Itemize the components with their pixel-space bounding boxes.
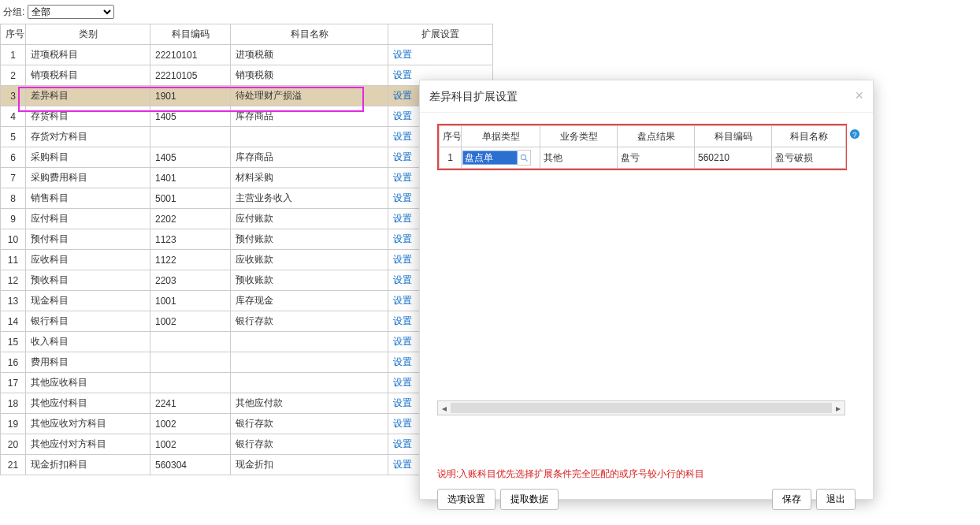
detail-result[interactable]: 盘亏 (618, 147, 695, 169)
cell-category: 收入科目 (26, 332, 150, 352)
settings-link[interactable]: 设置 (393, 295, 412, 306)
settings-link[interactable]: 设置 (393, 336, 412, 347)
settings-link[interactable]: 设置 (393, 438, 412, 449)
cell-name (231, 352, 388, 373)
col-header: 序号 (1, 24, 26, 45)
row-index: 14 (1, 311, 26, 332)
cell-name: 银行存款 (231, 434, 388, 455)
settings-link[interactable]: 设置 (393, 274, 412, 285)
row-index: 21 (1, 455, 26, 475)
exit-button[interactable]: 退出 (816, 489, 856, 510)
cell-name: 应收账款 (231, 250, 388, 270)
settings-link[interactable]: 设置 (393, 459, 412, 470)
col-header: 类别 (26, 24, 150, 45)
settings-link[interactable]: 设置 (393, 233, 412, 244)
settings-link[interactable]: 设置 (393, 172, 412, 183)
row-index: 9 (1, 209, 26, 229)
settings-link[interactable]: 设置 (393, 69, 412, 80)
cell-code (150, 332, 231, 352)
cell-category: 其他应收对方科目 (26, 414, 150, 434)
row-index: 11 (1, 250, 26, 270)
row-index: 17 (1, 373, 26, 393)
save-button[interactable]: 保存 (772, 489, 811, 510)
cell-category: 其他应收科目 (26, 373, 150, 393)
settings-link[interactable]: 设置 (393, 192, 412, 203)
cell-category: 应付科目 (26, 209, 150, 229)
row-index: 15 (1, 332, 26, 352)
cell-code: 5001 (150, 188, 231, 209)
cell-name: 待处理财产损溢 (231, 86, 388, 106)
lookup-icon[interactable] (518, 150, 531, 166)
close-icon[interactable]: × (855, 88, 863, 102)
cell-name: 进项税额 (231, 45, 388, 65)
svg-line-3 (525, 158, 527, 161)
settings-link[interactable]: 设置 (393, 254, 412, 265)
cell-code: 1002 (150, 434, 231, 455)
cell-extension: 设置 (388, 45, 493, 65)
row-index: 7 (1, 168, 26, 188)
cell-category: 预收科目 (26, 270, 150, 291)
detail-col-header: 科目编码 (695, 126, 772, 147)
help-icon[interactable]: ? (849, 128, 860, 142)
detail-col-header: 单据类型 (462, 126, 540, 147)
row-index: 5 (1, 127, 26, 147)
cell-category: 费用科目 (26, 352, 150, 373)
cell-code: 2202 (150, 209, 231, 229)
cell-name (231, 373, 388, 393)
cell-category: 存货科目 (26, 106, 150, 127)
settings-link[interactable]: 设置 (393, 151, 412, 162)
cell-category: 采购费用科目 (26, 168, 150, 188)
settings-link[interactable]: 设置 (393, 110, 412, 121)
cell-name: 银行存款 (231, 414, 388, 434)
cell-code: 1002 (150, 311, 231, 332)
cell-name: 预付账款 (231, 229, 388, 250)
scroll-left-icon[interactable]: ◂ (438, 402, 451, 414)
detail-name[interactable]: 盈亏破损 (772, 147, 846, 169)
row-index: 6 (1, 147, 26, 168)
cell-category: 现金科目 (26, 291, 150, 311)
table-row[interactable]: 1进项税科目22210101进项税额设置 (1, 45, 493, 65)
cell-name: 库存商品 (231, 106, 388, 127)
settings-link[interactable]: 设置 (393, 131, 412, 142)
cell-category: 现金折扣科目 (26, 455, 150, 475)
cell-code: 1123 (150, 229, 231, 250)
cell-code: 1405 (150, 106, 231, 127)
settings-link[interactable]: 设置 (393, 377, 412, 388)
detail-col-header: 科目名称 (772, 126, 846, 147)
option-settings-button[interactable]: 选项设置 (437, 489, 496, 510)
row-index: 8 (1, 188, 26, 209)
cell-category: 销项税科目 (26, 65, 150, 86)
settings-link[interactable]: 设置 (393, 397, 412, 408)
detail-doc-type[interactable] (462, 147, 540, 169)
detail-code[interactable]: 560210 (695, 147, 772, 169)
col-header: 科目编码 (150, 24, 231, 45)
detail-biz-type[interactable]: 其他 (540, 147, 618, 169)
settings-link[interactable]: 设置 (393, 418, 412, 429)
detail-col-header: 盘点结果 (618, 126, 695, 147)
fetch-data-button[interactable]: 提取数据 (500, 489, 559, 510)
row-index: 19 (1, 414, 26, 434)
row-index: 3 (1, 86, 26, 106)
cell-code: 1002 (150, 414, 231, 434)
cell-code: 1001 (150, 291, 231, 311)
group-select[interactable]: 全部 (28, 5, 114, 19)
settings-link[interactable]: 设置 (393, 213, 412, 224)
cell-code: 1901 (150, 86, 231, 106)
horizontal-scrollbar[interactable]: ◂ ▸ (437, 400, 845, 415)
cell-code (150, 373, 231, 393)
cell-name: 库存现金 (231, 291, 388, 311)
cell-code: 1401 (150, 168, 231, 188)
cell-name: 销项税额 (231, 65, 388, 86)
cell-name (231, 127, 388, 147)
cell-code: 22210101 (150, 45, 231, 65)
svg-text:?: ? (852, 130, 856, 139)
settings-link[interactable]: 设置 (393, 49, 412, 60)
detail-row-index: 1 (440, 147, 462, 169)
settings-link[interactable]: 设置 (393, 356, 412, 367)
cell-code: 2241 (150, 393, 231, 414)
settings-link[interactable]: 设置 (393, 315, 412, 326)
settings-link[interactable]: 设置 (393, 90, 412, 101)
doc-type-input[interactable] (462, 151, 518, 165)
scroll-right-icon[interactable]: ▸ (832, 402, 845, 414)
dialog-title: 差异科目扩展设置 (429, 90, 518, 102)
